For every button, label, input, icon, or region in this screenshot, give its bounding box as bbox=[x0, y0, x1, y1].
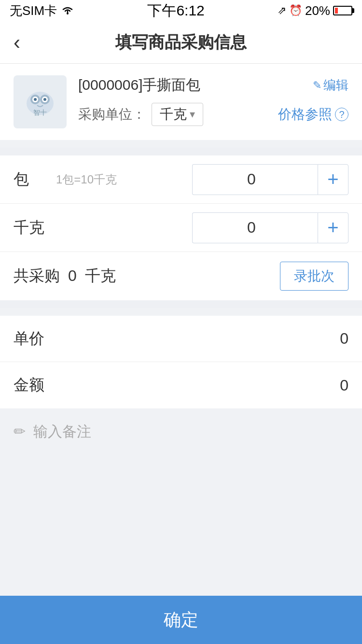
svg-text:智十: 智十 bbox=[33, 109, 47, 116]
carrier-label: 无SIM卡 bbox=[10, 2, 57, 19]
notes-section[interactable]: ✏ 输入备注 bbox=[0, 408, 362, 505]
summary-row: 共采购 0 千克 录批次 bbox=[0, 252, 362, 300]
bag-label: 包 bbox=[14, 169, 52, 190]
bag-input-row: 包 1包=10千克 + bbox=[0, 155, 362, 204]
section-divider-1 bbox=[0, 148, 362, 155]
confirm-button-label: 确定 bbox=[164, 608, 198, 632]
product-name-row: [0000006]手撕面包 ✎ 编辑 bbox=[78, 75, 348, 95]
product-unit-row: 采购单位： 千克 ▾ 价格参照 ? bbox=[78, 103, 348, 126]
unit-selector[interactable]: 千克 ▾ bbox=[152, 103, 203, 126]
price-ref-button[interactable]: 价格参照 ? bbox=[278, 105, 348, 124]
status-left: 无SIM卡 bbox=[10, 2, 74, 19]
bag-input[interactable] bbox=[192, 164, 318, 195]
amount-value: 0 bbox=[340, 377, 348, 394]
wifi-icon bbox=[61, 3, 74, 18]
edit-icon: ✎ bbox=[313, 79, 321, 92]
summary-text: 共采购 0 千克 bbox=[14, 266, 116, 287]
product-image: 智十 bbox=[14, 75, 67, 128]
nav-bar: ‹ 填写商品采购信息 bbox=[0, 21, 362, 64]
back-button[interactable]: ‹ bbox=[14, 32, 20, 53]
kg-input-row: 千克 + bbox=[0, 204, 362, 252]
input-section: 包 1包=10千克 + 千克 + bbox=[0, 155, 362, 252]
notes-placeholder: 输入备注 bbox=[33, 422, 91, 442]
bag-input-wrap: + bbox=[192, 164, 348, 195]
unit-price-value: 0 bbox=[340, 330, 348, 348]
product-full-name: [0000006]手撕面包 bbox=[78, 75, 200, 95]
svg-point-0 bbox=[67, 13, 69, 14]
svg-point-7 bbox=[43, 98, 46, 101]
edit-button[interactable]: ✎ 编辑 bbox=[313, 77, 348, 94]
svg-point-6 bbox=[34, 98, 37, 101]
help-icon: ? bbox=[335, 108, 348, 121]
kg-plus-button[interactable]: + bbox=[318, 212, 348, 243]
section-divider-2 bbox=[0, 300, 362, 308]
kg-input[interactable] bbox=[192, 212, 318, 243]
status-bar: 无SIM卡 下午6:12 ⇗ ⏰ 20% bbox=[0, 0, 362, 21]
confirm-button[interactable]: 确定 bbox=[0, 596, 362, 644]
amount-row: 金额 0 bbox=[0, 362, 362, 408]
pencil-icon: ✏ bbox=[14, 423, 26, 440]
bag-sub-label: 1包=10千克 bbox=[56, 172, 117, 187]
battery-percent: 20% bbox=[305, 3, 330, 18]
unit-price-row: 单价 0 bbox=[0, 316, 362, 362]
summary-amount: 0 bbox=[68, 267, 77, 284]
product-info: [0000006]手撕面包 ✎ 编辑 采购单位： 千克 ▾ 价格参照 ? bbox=[78, 75, 348, 126]
time-display: 下午6:12 bbox=[147, 1, 204, 21]
kg-input-wrap: + bbox=[192, 212, 348, 243]
kg-label: 千克 bbox=[14, 217, 52, 238]
page-title: 填写商品采购信息 bbox=[115, 31, 247, 54]
batch-button[interactable]: 录批次 bbox=[280, 262, 348, 291]
alarm-icon: ⏰ bbox=[289, 4, 302, 17]
product-card: 智十 [0000006]手撕面包 ✎ 编辑 采购单位： 千克 ▾ 价格参照 ? bbox=[0, 64, 362, 140]
price-section: 单价 0 金额 0 bbox=[0, 316, 362, 408]
unit-label: 采购单位： bbox=[78, 105, 146, 124]
back-icon: ‹ bbox=[14, 32, 20, 53]
location-icon: ⇗ bbox=[278, 4, 286, 17]
amount-label: 金额 bbox=[14, 375, 44, 396]
battery-icon bbox=[333, 6, 352, 15]
dropdown-icon: ▾ bbox=[190, 108, 195, 121]
unit-price-label: 单价 bbox=[14, 328, 44, 350]
bag-plus-button[interactable]: + bbox=[318, 164, 348, 195]
status-right: ⇗ ⏰ 20% bbox=[278, 3, 352, 18]
